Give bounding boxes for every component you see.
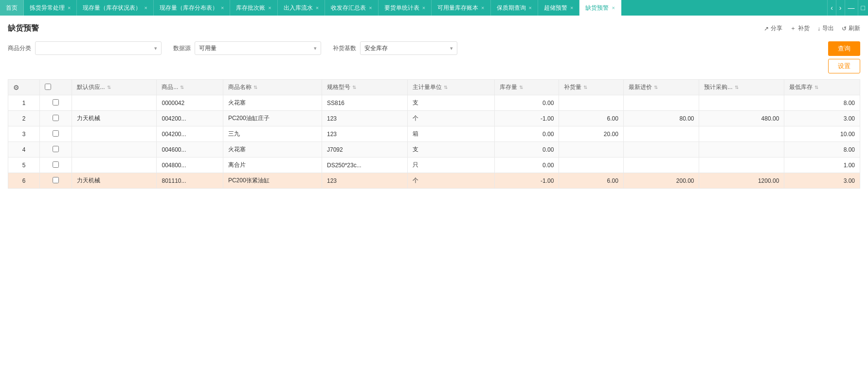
row-unit-2: 个 — [408, 111, 495, 126]
row-checkbox-2[interactable] — [40, 111, 72, 126]
tab-close-expiry[interactable]: × — [529, 5, 532, 11]
tab-batch[interactable]: 库存批次账 × — [230, 0, 277, 16]
row-min-stock-1: 8.00 — [784, 95, 860, 111]
tab-home[interactable]: 首页 — [0, 0, 24, 16]
filter-replenish-base: 补货基数 安全库存 — [333, 41, 457, 55]
th-stock[interactable]: 库存量⇅ — [494, 80, 559, 95]
tab-close-demand[interactable]: × — [422, 5, 425, 11]
row-select-checkbox-1[interactable] — [53, 99, 59, 106]
tab-summary[interactable]: 收发存汇总表 × — [325, 0, 378, 16]
replenish-base-select[interactable]: 安全库存 — [360, 41, 457, 55]
sort-icon-supplier: ⇅ — [107, 85, 111, 90]
data-source-select[interactable]: 可用量 — [195, 41, 321, 55]
th-checkbox[interactable] — [40, 80, 72, 95]
row-select-checkbox-6[interactable] — [53, 177, 59, 183]
row-product-name-5: 离合片 — [223, 158, 322, 173]
tab-next-btn[interactable]: › — [836, 0, 845, 16]
tab-available[interactable]: 可用量库存账本 × — [432, 0, 490, 16]
th-spec[interactable]: 规格型号⇅ — [322, 80, 407, 95]
tab-overstock[interactable]: 超储预警 × — [538, 0, 579, 16]
tab-shortage[interactable]: 缺货预警 × — [579, 0, 621, 16]
row-replenish-qty-4 — [559, 142, 624, 158]
tab-close-batch[interactable]: × — [268, 5, 271, 11]
row-spec-6: 123 — [322, 173, 407, 189]
replenish-base-label: 补货基数 — [333, 44, 356, 53]
replenish-action[interactable]: ＋ 补货 — [790, 24, 810, 33]
sort-icon-price: ⇅ — [654, 85, 658, 90]
table-row: 2 力天机械 004200... PC200油缸庄子 123 个 -1.00 6… — [8, 111, 860, 126]
row-select-checkbox-3[interactable] — [53, 130, 59, 137]
row-latest-price-4 — [623, 142, 699, 158]
filter-data-source: 数据源 可用量 — [173, 41, 321, 55]
replenish-base-value: 安全库存 — [364, 44, 388, 53]
row-unit-6: 个 — [408, 173, 495, 189]
tab-abnormal[interactable]: 拣货异常处理 × — [24, 0, 77, 16]
main-content: 缺货预警 ↗ 分享 ＋ 补货 ↓ 导出 ↺ 刷新 — [0, 16, 868, 387]
sort-icon-replenish: ⇅ — [583, 85, 587, 90]
th-unit[interactable]: 主计量单位⇅ — [408, 80, 495, 95]
th-product-code[interactable]: 商品...⇅ — [157, 80, 223, 95]
row-product-name-4: 火花塞 — [223, 142, 322, 158]
tab-close-available[interactable]: × — [481, 5, 484, 11]
th-product-name[interactable]: 商品名称⇅ — [223, 80, 322, 95]
tab-close-inventory-status[interactable]: × — [144, 5, 147, 11]
tab-prev-btn[interactable]: ‹ — [827, 0, 836, 16]
select-all-checkbox[interactable] — [45, 84, 51, 90]
row-latest-price-6: 200.00 — [623, 173, 699, 189]
sort-icon-spec: ⇅ — [352, 85, 356, 90]
tab-close-abnormal[interactable]: × — [68, 5, 71, 11]
tab-close-summary[interactable]: × — [369, 5, 372, 11]
row-stock-6: -1.00 — [494, 173, 559, 189]
row-latest-price-2: 80.00 — [623, 111, 699, 126]
row-num-4: 4 — [8, 142, 40, 158]
row-num-5: 5 — [8, 158, 40, 173]
row-min-stock-6: 3.00 — [784, 173, 860, 189]
row-checkbox-6[interactable] — [40, 173, 72, 189]
settings-button[interactable]: 设置 — [828, 59, 860, 73]
row-min-stock-3: 10.00 — [784, 126, 860, 142]
commodity-class-select[interactable] — [35, 41, 162, 55]
tab-close-flow[interactable]: × — [316, 5, 319, 11]
row-num-6: 6 — [8, 173, 40, 189]
tab-expiry[interactable]: 保质期查询 × — [491, 0, 538, 16]
row-checkbox-4[interactable] — [40, 142, 72, 158]
refresh-action[interactable]: ↺ 刷新 — [842, 24, 860, 33]
refresh-icon: ↺ — [842, 25, 847, 32]
th-min-stock[interactable]: 最低库存⇅ — [784, 80, 860, 95]
row-product-name-6: PC200张紧油缸 — [223, 173, 322, 189]
row-product-code-6: 801110... — [157, 173, 223, 189]
th-gear[interactable]: ⚙ — [8, 80, 40, 95]
export-action[interactable]: ↓ 导出 — [817, 24, 834, 33]
row-checkbox-5[interactable] — [40, 158, 72, 173]
tab-maximize-btn[interactable]: □ — [858, 0, 868, 16]
tab-minimize-btn[interactable]: — — [845, 0, 858, 16]
row-select-checkbox-5[interactable] — [53, 161, 59, 168]
row-product-code-3: 004200... — [157, 126, 223, 142]
tab-inventory-status[interactable]: 现存量（库存状况表） × — [77, 0, 153, 16]
row-select-checkbox-2[interactable] — [53, 115, 59, 121]
tab-navigation: ‹ › — □ — [827, 0, 868, 16]
th-default-supplier[interactable]: 默认供应...⇅ — [72, 80, 157, 95]
query-button[interactable]: 查询 — [828, 41, 860, 56]
row-replenish-qty-1 — [559, 95, 624, 111]
tab-inventory-dist[interactable]: 现存量（库存分布表） × — [154, 0, 230, 16]
row-unit-5: 只 — [408, 158, 495, 173]
row-supplier-1 — [72, 95, 157, 111]
row-stock-3: 0.00 — [494, 126, 559, 142]
row-checkbox-1[interactable] — [40, 95, 72, 111]
th-latest-price[interactable]: 最新进价⇅ — [623, 80, 699, 95]
sort-icon-minstock: ⇅ — [814, 85, 818, 90]
tab-close-shortage[interactable]: × — [612, 5, 615, 11]
row-replenish-qty-3: 20.00 — [559, 126, 624, 142]
tab-close-overstock[interactable]: × — [570, 5, 573, 11]
tab-flow[interactable]: 出入库流水 × — [278, 0, 325, 16]
share-action[interactable]: ↗ 分享 — [764, 24, 782, 33]
th-replenish-qty[interactable]: 补货量⇅ — [559, 80, 624, 95]
row-product-code-5: 004800... — [157, 158, 223, 173]
row-checkbox-3[interactable] — [40, 126, 72, 142]
th-estimated-purchase[interactable]: 预计采购...⇅ — [699, 80, 784, 95]
tab-demand[interactable]: 要货单统计表 × — [379, 0, 432, 16]
tab-close-inventory-dist[interactable]: × — [221, 5, 224, 11]
row-select-checkbox-4[interactable] — [53, 146, 59, 152]
row-min-stock-5: 1.00 — [784, 158, 860, 173]
